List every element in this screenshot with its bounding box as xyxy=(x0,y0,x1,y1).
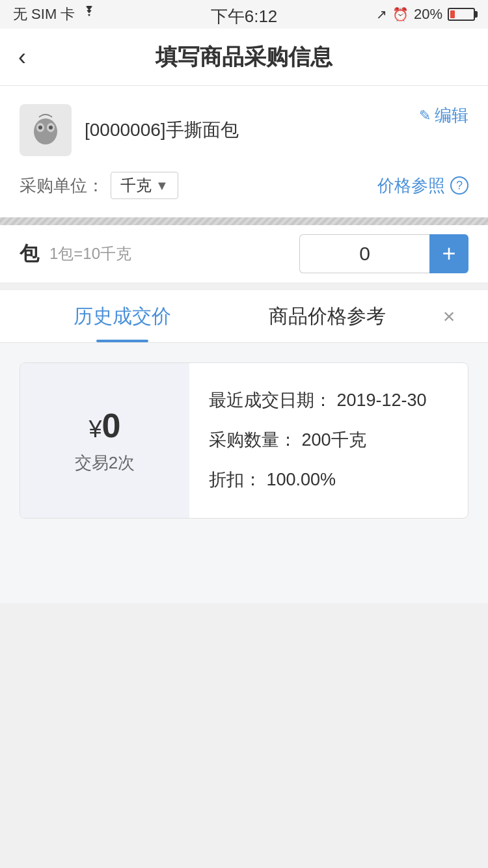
svg-point-0 xyxy=(34,118,57,144)
svg-point-4 xyxy=(49,126,53,129)
close-icon: × xyxy=(443,305,455,329)
quantity-input-group: + xyxy=(299,234,468,273)
tab-bar: 历史成交价 商品价格参考 × xyxy=(0,290,488,343)
nav-bar: ‹ 填写商品采购信息 xyxy=(0,29,488,86)
recent-date-label: 最近成交日期： xyxy=(209,390,332,410)
recent-date-row: 最近成交日期： 2019-12-30 xyxy=(209,387,448,414)
card-price-section: ¥0 交易2次 xyxy=(20,363,189,518)
status-bar: 无 SIM 卡 下午6:12 ↗ ⏰ 20% xyxy=(0,0,488,29)
tabs-section: 历史成交价 商品价格参考 × ¥0 交易2次 最近成交日期： 2019-12-3… xyxy=(0,290,488,603)
tab-priceref-label: 商品价格参考 xyxy=(269,303,386,330)
quantity-plus-button[interactable]: + xyxy=(429,234,468,273)
svg-point-3 xyxy=(38,126,42,129)
discount-label: 折扣： xyxy=(209,470,262,489)
price-ref-button[interactable]: 价格参照 ? xyxy=(377,174,468,197)
price-value: 0 xyxy=(102,407,121,444)
battery-icon xyxy=(448,8,475,21)
help-text: ? xyxy=(456,179,463,193)
purchase-qty-row: 采购数量： 200千克 xyxy=(209,426,448,454)
product-section: [0000006]手撕面包 ✎ 编辑 采购单位： 千克 ▼ 价格参照 ? xyxy=(0,86,488,217)
quantity-label: 包 1包=10千克 xyxy=(20,241,131,267)
product-header: [0000006]手撕面包 ✎ 编辑 xyxy=(20,104,468,156)
tab-history-label: 历史成交价 xyxy=(74,303,171,330)
card-trades: 交易2次 xyxy=(75,452,135,474)
discount-value: 100.00% xyxy=(267,470,336,489)
product-name-group: [0000006]手撕面包 xyxy=(85,118,239,142)
stripe-divider xyxy=(0,217,488,225)
price-symbol: ¥ xyxy=(89,416,102,442)
edit-label: 编辑 xyxy=(435,104,468,127)
quantity-unit: 包 xyxy=(20,241,39,267)
recent-date-value: 2019-12-30 xyxy=(337,390,427,410)
status-left: 无 SIM 卡 xyxy=(13,5,97,24)
unit-text: 采购单位： xyxy=(20,174,104,197)
edit-button[interactable]: ✎ 编辑 xyxy=(419,104,468,127)
back-button[interactable]: ‹ xyxy=(18,44,26,71)
unit-label: 采购单位： 千克 ▼ xyxy=(20,172,178,199)
history-card: ¥0 交易2次 最近成交日期： 2019-12-30 采购数量： 200千克 折… xyxy=(20,362,468,519)
status-time: 下午6:12 xyxy=(211,5,278,28)
edit-icon: ✎ xyxy=(419,107,431,124)
product-unit-row: 采购单位： 千克 ▼ 价格参照 ? xyxy=(20,172,468,199)
card-price: ¥0 xyxy=(89,406,121,445)
carrier-label: 无 SIM 卡 xyxy=(13,5,75,24)
alarm-icon: ⏰ xyxy=(392,7,409,22)
location-icon: ↗ xyxy=(376,7,387,22)
price-ref-label: 价格参照 xyxy=(377,174,445,197)
chevron-down-icon: ▼ xyxy=(156,178,169,193)
purchase-qty-label: 采购数量： xyxy=(209,430,297,450)
wifi-icon xyxy=(81,6,97,23)
content-area: ¥0 交易2次 最近成交日期： 2019-12-30 采购数量： 200千克 折… xyxy=(0,343,488,603)
product-name: 手撕面包 xyxy=(166,120,239,140)
unit-select[interactable]: 千克 ▼ xyxy=(111,172,178,199)
tab-close-button[interactable]: × xyxy=(429,297,468,336)
quantity-input[interactable] xyxy=(299,234,429,273)
quantity-section: 包 1包=10千克 + xyxy=(0,225,488,282)
product-left: [0000006]手撕面包 xyxy=(20,104,239,156)
page-title: 填写商品采购信息 xyxy=(156,42,332,72)
battery-percent: 20% xyxy=(414,6,442,23)
tab-active-indicator xyxy=(96,340,148,342)
tab-history-price[interactable]: 历史成交价 xyxy=(20,290,224,342)
product-id: [0000006] xyxy=(85,120,166,140)
card-detail-section: 最近成交日期： 2019-12-30 采购数量： 200千克 折扣： 100.0… xyxy=(189,363,468,518)
purchase-qty-value: 200千克 xyxy=(302,430,366,450)
help-icon: ? xyxy=(450,176,468,195)
status-right: ↗ ⏰ 20% xyxy=(376,6,475,23)
discount-row: 折扣： 100.00% xyxy=(209,466,448,494)
plus-icon: + xyxy=(442,240,455,267)
unit-value: 千克 xyxy=(120,175,152,196)
quantity-conversion: 1包=10千克 xyxy=(49,243,131,264)
product-thumbnail xyxy=(20,104,72,156)
tab-price-ref[interactable]: 商品价格参考 xyxy=(224,290,429,342)
